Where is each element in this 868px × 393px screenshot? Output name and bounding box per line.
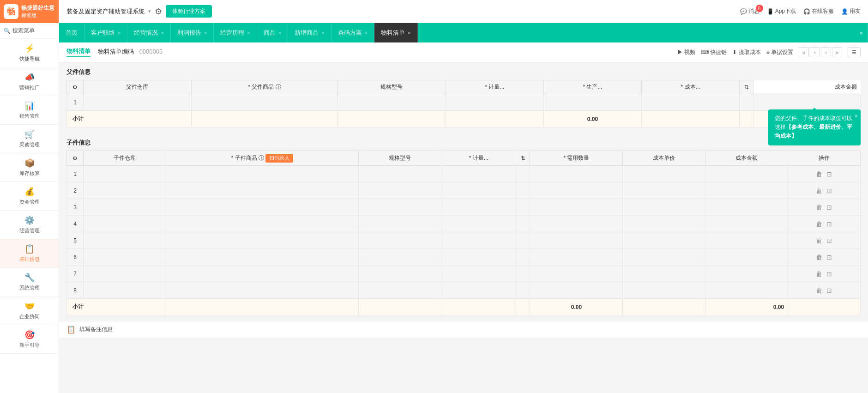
sub-tab-bom[interactable]: 物料清单 xyxy=(66,47,90,57)
nav-first[interactable]: « xyxy=(799,47,809,57)
single-settings-btn[interactable]: ≡ 单据设置 xyxy=(766,48,793,56)
nav-last[interactable]: » xyxy=(832,47,842,57)
sidebar-search[interactable]: 🔍 搜索菜单 xyxy=(0,23,59,39)
copy-icon-row8[interactable]: ⊡ xyxy=(825,286,833,295)
parent-unit-col: * 计量... xyxy=(446,80,543,94)
delete-icon-row4[interactable]: 🗑 xyxy=(815,220,823,228)
scan-btn[interactable]: 扫码录入 xyxy=(265,154,293,163)
child-row-1-warehouse[interactable] xyxy=(84,166,166,182)
video-icon: ▶ xyxy=(677,49,683,55)
tab-home[interactable]: 首页 xyxy=(59,23,84,42)
sidebar-item-quick-nav[interactable]: ⚡ 快捷导航 xyxy=(0,39,59,67)
child-row-2-unit-price[interactable] xyxy=(623,182,705,199)
child-row-1-product[interactable] xyxy=(166,166,358,182)
tab-new-product[interactable]: 新增商品 × xyxy=(288,23,331,42)
online-service-icon: 🎧 xyxy=(803,8,810,15)
sidebar-item-guide[interactable]: 🎯 新手引导 xyxy=(0,325,59,354)
tab-close-profit[interactable]: × xyxy=(204,30,207,36)
copy-icon-row5[interactable]: ⊡ xyxy=(825,236,833,245)
parent-row-1-warehouse[interactable] xyxy=(84,94,192,111)
parent-row-1-unit[interactable] xyxy=(446,94,543,111)
copy-icon-row2[interactable]: ⊡ xyxy=(825,187,833,195)
delete-icon-row3[interactable]: 🗑 xyxy=(815,203,823,212)
child-warehouse-col: 子件仓库 xyxy=(84,151,166,166)
child-subtotal-row: 小计 0.00 0.00 xyxy=(67,299,861,315)
child-row-2-qty[interactable] xyxy=(530,182,623,199)
tab-close-customer[interactable]: × xyxy=(118,30,121,36)
sidebar-item-purchase[interactable]: 🛒 采购管理 xyxy=(0,125,59,153)
bom-code: 0000005 xyxy=(139,48,163,55)
child-row-3: 3 🗑 ⊡ xyxy=(67,199,861,216)
parent-sort-col[interactable]: ⇅ xyxy=(740,80,753,94)
view-btn[interactable]: ▶ 视频 xyxy=(677,48,695,56)
extract-cost-btn[interactable]: ⬇ 提取成本 xyxy=(732,48,760,56)
message-item[interactable]: 💬 消息 6 xyxy=(740,7,760,15)
sidebar-item-inventory[interactable]: 📦 库存核算 xyxy=(0,153,59,182)
copy-icon-row4[interactable]: ⊡ xyxy=(825,220,833,228)
topbar-gear-icon[interactable]: ⚙ xyxy=(155,6,162,17)
delete-icon-row2[interactable]: 🗑 xyxy=(815,187,823,195)
parent-product-col: * 父件商品 ⓘ xyxy=(191,80,338,94)
parent-row-1-cost[interactable] xyxy=(642,94,740,111)
delete-icon-row6[interactable]: 🗑 xyxy=(815,253,823,261)
child-gear-col[interactable]: ⚙ xyxy=(67,151,84,166)
child-sort-col[interactable]: ⇅ xyxy=(516,151,530,166)
tab-close-history[interactable]: × xyxy=(247,30,250,36)
parent-gear-col[interactable]: ⚙ xyxy=(67,80,84,94)
tab-operations[interactable]: 经营情况 × xyxy=(127,23,170,42)
child-row-2-spec[interactable] xyxy=(359,182,441,199)
grid-view-btn[interactable]: ☰ xyxy=(848,47,861,57)
delete-icon-row1[interactable]: 🗑 xyxy=(815,170,823,178)
shortcut-btn[interactable]: ⌨ 快捷键 xyxy=(701,48,727,56)
nav-prev[interactable]: ‹ xyxy=(810,47,820,57)
child-row-2-product[interactable] xyxy=(166,182,358,199)
sidebar-item-operations[interactable]: ⚙️ 经营管理 xyxy=(0,211,59,239)
copy-icon-row6[interactable]: ⊡ xyxy=(825,253,833,261)
tab-bom[interactable]: 物料清单 × xyxy=(374,23,417,42)
tab-customer[interactable]: 客户联络 × xyxy=(84,23,127,42)
tab-product[interactable]: 商品 × xyxy=(257,23,288,42)
tab-close-operations[interactable]: × xyxy=(161,30,163,36)
sidebar-item-finance[interactable]: 💰 资金管理 xyxy=(0,182,59,211)
close-all-icon: × xyxy=(859,30,863,36)
child-row-1-unit-price[interactable] xyxy=(623,166,705,182)
child-cost-amount-col: 成本金额 xyxy=(705,151,788,166)
sidebar-item-enterprise[interactable]: 🤝 企业协同 xyxy=(0,296,59,325)
copy-icon-row1[interactable]: ⊡ xyxy=(825,170,833,178)
system-title-dropdown[interactable]: ▾ xyxy=(148,8,151,14)
copy-icon-row3[interactable]: ⊡ xyxy=(825,203,833,212)
parent-row-1-product[interactable] xyxy=(191,94,338,111)
copy-icon-row7[interactable]: ⊡ xyxy=(825,270,833,278)
trial-btn[interactable]: 体验行业方案 xyxy=(166,5,212,18)
tab-history[interactable]: 经营历程 × xyxy=(214,23,257,42)
delete-icon-row5[interactable]: 🗑 xyxy=(815,236,823,245)
parent-row-1-spec[interactable] xyxy=(338,94,446,111)
online-service-item[interactable]: 🎧 在线客服 xyxy=(803,7,834,15)
user-item[interactable]: 👤 用友 xyxy=(841,7,861,15)
child-row-1-sort xyxy=(516,166,530,182)
sidebar-item-basic-info[interactable]: 📋 基础信息 xyxy=(0,239,59,268)
notes-text[interactable]: 填写备注信息 xyxy=(79,326,113,333)
tab-close-all[interactable]: × xyxy=(855,23,868,42)
sidebar-item-marketing[interactable]: 📣 营销推广 xyxy=(0,67,59,96)
child-row-1-spec[interactable] xyxy=(359,166,441,182)
delete-icon-row8[interactable]: 🗑 xyxy=(815,286,823,295)
sidebar-item-system[interactable]: 🔧 系统管理 xyxy=(0,268,59,296)
app-download-item[interactable]: 📱 App下载 xyxy=(767,7,796,15)
delete-icon-row7[interactable]: 🗑 xyxy=(815,270,823,278)
tab-close-product[interactable]: × xyxy=(278,30,281,36)
sidebar-item-sales[interactable]: 📊 销售管理 xyxy=(0,96,59,125)
tab-profit[interactable]: 利润报告 × xyxy=(171,23,214,42)
parent-row-1-production[interactable] xyxy=(543,94,641,111)
child-row-2-warehouse[interactable] xyxy=(84,182,166,199)
nav-next[interactable]: › xyxy=(821,47,831,57)
tab-close-barcode[interactable]: × xyxy=(365,30,368,36)
child-row-1-unit[interactable] xyxy=(441,166,516,182)
parent-row-1: 1 xyxy=(67,94,861,111)
child-row-2-unit[interactable] xyxy=(441,182,516,199)
tooltip-close-btn[interactable]: × xyxy=(854,111,858,121)
tab-close-new-product[interactable]: × xyxy=(321,30,324,36)
tab-barcode[interactable]: 条码方案 × xyxy=(332,23,374,42)
tab-close-bom[interactable]: × xyxy=(408,30,410,36)
child-row-1-qty[interactable] xyxy=(530,166,623,182)
